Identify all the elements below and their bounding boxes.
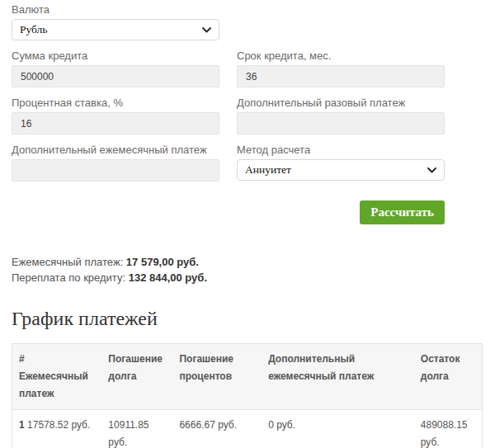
loan-amount-label: Сумма кредита [12, 50, 219, 62]
loan-amount-field: Сумма кредита [12, 50, 219, 87]
table-header-row: # Ежемесячный платеж Погашение долга Пог… [12, 344, 483, 410]
column-header-interest: Погашение процентов [172, 344, 262, 410]
monthly-payment-value: 17 579,00 руб. [126, 256, 199, 268]
column-header-monthly-payment: # Ежемесячный платеж [12, 344, 102, 410]
term-input[interactable] [237, 65, 445, 87]
term-field: Срок кредита, мес. [237, 50, 445, 87]
cell-principal: 10911.85 руб. [101, 410, 172, 448]
cell-payment: 1 17578.52 руб. [12, 410, 102, 448]
chevron-down-icon [202, 27, 211, 33]
one-time-extra-field: Дополнительный разовый платеж [237, 97, 445, 134]
loan-amount-input[interactable] [12, 65, 219, 87]
monthly-extra-input[interactable] [12, 159, 219, 182]
currency-selected-value: Рубль [20, 23, 48, 36]
monthly-extra-field: Дополнительный ежемесячный платеж [12, 144, 219, 182]
button-row: Рассчитать [12, 200, 445, 224]
cell-balance: 489088.15 руб. [414, 410, 483, 448]
monthly-payment-line: Ежемесячный платеж: 17 579,00 руб. [12, 254, 483, 270]
column-header-balance: Остаток долга [414, 344, 483, 410]
rate-label: Процентная ставка, % [12, 97, 219, 109]
monthly-payment-label: Ежемесячный платеж: [12, 256, 126, 268]
overpayment-value: 132 844,00 руб. [129, 271, 207, 284]
method-select[interactable]: Аннуитет [237, 159, 445, 181]
calculate-button[interactable]: Рассчитать [360, 200, 445, 224]
overpayment-label: Переплата по кредиту: [12, 271, 129, 284]
column-header-principal: Погашение долга [101, 344, 172, 410]
one-time-extra-input[interactable] [237, 112, 445, 134]
column-header-extra-payment: Дополнительный ежемесячный платеж [262, 344, 414, 410]
loan-calculator-page: Валюта Рубль Сумма кредита Срок кредита,… [0, 0, 495, 448]
schedule-title: График платежей [12, 306, 483, 331]
table-row: 1 17578.52 руб. 10911.85 руб. 6666.67 ру… [12, 410, 483, 448]
method-field: Метод расчета Аннуитет [237, 144, 445, 182]
method-selected-value: Аннуитет [245, 163, 291, 177]
rate-field: Процентная ставка, % [12, 97, 219, 134]
one-time-extra-label: Дополнительный разовый платеж [237, 97, 445, 109]
currency-field: Валюта Рубль [12, 3, 219, 40]
cell-extra: 0 руб. [262, 410, 414, 448]
results-block: Ежемесячный платеж: 17 579,00 руб. Переп… [12, 254, 483, 285]
chevron-down-icon [427, 167, 436, 173]
currency-select[interactable]: Рубль [12, 19, 219, 40]
overpayment-line: Переплата по кредиту: 132 844,00 руб. [12, 270, 483, 285]
method-label: Метод расчета [237, 144, 445, 156]
term-label: Срок кредита, мес. [237, 50, 445, 62]
cell-interest: 6666.67 руб. [172, 410, 262, 448]
payment-schedule-table: # Ежемесячный платеж Погашение долга Пог… [12, 343, 483, 448]
rate-input[interactable] [12, 112, 219, 134]
monthly-extra-label: Дополнительный ежемесячный платеж [12, 144, 219, 156]
loan-form: Сумма кредита Срок кредита, мес. Процент… [12, 50, 445, 191]
currency-label: Валюта [12, 3, 219, 16]
